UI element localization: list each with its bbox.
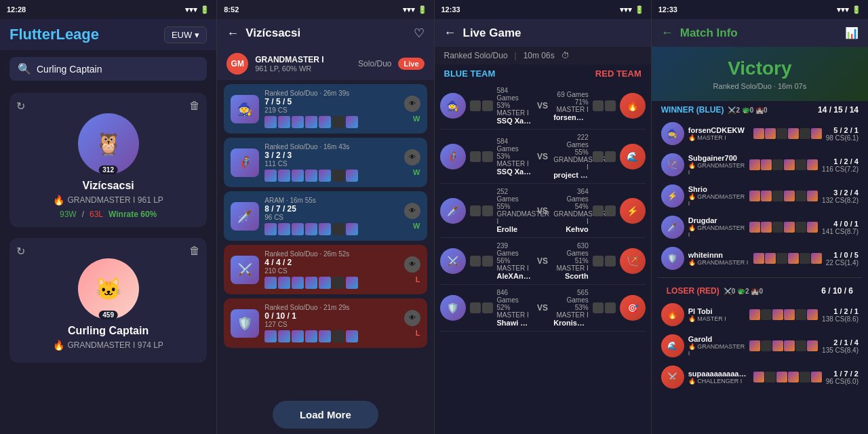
red-champ-img-4: 🎯	[620, 295, 646, 321]
match-item[interactable]: ⚔️ Ranked Solo/Duo · 26m 52s 4 / 4 / 2 2…	[224, 245, 427, 294]
item-slot	[264, 223, 277, 235]
red-spells-1	[593, 151, 616, 162]
pl-cs-blue-0: 98 CS(6.1)	[826, 134, 859, 142]
red-champ-img-3: 🏹	[620, 248, 646, 274]
pl-item	[753, 253, 764, 264]
pl-item	[795, 159, 806, 170]
spell-icon	[470, 151, 481, 162]
match-cs: 111 CS	[264, 160, 398, 167]
pl-item	[761, 191, 772, 201]
back-button-p2[interactable]: ←	[226, 26, 239, 41]
match-result: L	[416, 275, 420, 283]
summoner-card-0[interactable]: ↻ 🗑 🦉 312 Vizícsacsi 🔥 GRANDMASTER I 961…	[9, 93, 207, 227]
back-button-p3[interactable]: ←	[444, 26, 456, 40]
item-slot	[332, 223, 344, 235]
pl-item	[776, 372, 787, 382]
spell-icon	[593, 205, 604, 216]
delete-icon-0[interactable]: 🗑	[189, 100, 200, 113]
blue-spells-4	[470, 302, 493, 313]
spell-icon	[605, 151, 616, 162]
blue-team-label: BLUE TEAM	[444, 68, 496, 79]
match-cs: 210 CS	[264, 267, 398, 275]
match-item[interactable]: 🛡️ Ranked Solo/Duo · 21m 29s 0 / 10 / 1 …	[224, 298, 427, 348]
panel-live-game: 12:33 ▾▾▾ 🔋 ← Live Game Ranked Solo/Duo …	[434, 0, 651, 434]
item-slot	[292, 116, 304, 128]
vs-row[interactable]: 🧙 584 Games 53% MASTER I SSQ Xaragonas V…	[440, 83, 646, 130]
panel-summoner-search: 12:28 ▾▾▾ 🔋 FlutterLeage EUW ▾ 🔍 ↻ 🗑 🦉 3…	[0, 0, 216, 434]
pl-rank-red-0: 🔥 MASTER I	[688, 315, 745, 322]
pl-stats-wrap-red-2: 1 / 7 / 2 96 CS(6.0)	[826, 370, 859, 385]
red-spells-2	[593, 205, 616, 216]
item-slot	[332, 277, 344, 289]
vs-separator: VS	[534, 256, 551, 266]
red-team-label: RED TEAM	[595, 68, 642, 79]
vs-row[interactable]: 🛡️ 846 Games 52% MASTER I Shawi Katami V…	[440, 285, 646, 332]
red-player-row[interactable]: 🔥 Pl Tobi 🔥 MASTER I 1 / 2 / 1 138 CS(8.…	[657, 300, 863, 330]
pl-info-blue-2: Shrio 🔥 GRANDMASTER I	[688, 185, 745, 207]
wifi-icon-p3: ▾▾▾	[620, 5, 632, 14]
red-player-row[interactable]: ⚔️ supaaaaaaaaaaaa 🔥 CHALLENGER I 1 / 7 …	[657, 362, 863, 392]
refresh-icon-0[interactable]: ↻	[16, 100, 25, 113]
victory-sub: Ranked Solo/Duo · 16m 07s	[663, 82, 857, 90]
red-name-3: Scorth	[553, 272, 589, 280]
pl-item	[795, 191, 806, 201]
pl-item	[795, 309, 806, 320]
match-result: W	[413, 115, 420, 123]
vs-row[interactable]: 🗡️ 252 Games 55% GRANDMASTER I Erolle VS…	[440, 184, 646, 238]
pl-item	[749, 340, 760, 351]
blue-champ-img-3: ⚔️	[440, 248, 466, 274]
blue-rank-4: MASTER I	[497, 311, 532, 319]
pl-item	[749, 309, 760, 320]
back-button-p4[interactable]: ←	[661, 26, 673, 40]
blue-player-row[interactable]: 🧙 forsenCDKEKW 🔥 MASTER I 5 / 2 / 1 98 C…	[657, 119, 863, 149]
red-player-row[interactable]: 🌊 Garold 🔥 GRANDMASTER I 2 / 1 / 4 135 C…	[657, 331, 863, 361]
pl-item	[776, 253, 787, 264]
vs-row[interactable]: 🦸 584 Games 53% MASTER I SSQ Xaragonas V…	[440, 130, 646, 184]
item-slot	[278, 277, 290, 289]
card-actions-1: ↻ 🗑	[16, 245, 200, 258]
item-slot	[305, 330, 317, 342]
delete-icon-1[interactable]: 🗑	[189, 245, 200, 258]
red-games-2: 364 Games 54%	[553, 188, 589, 210]
load-more-button[interactable]: Load More	[273, 401, 378, 429]
pl-item	[749, 191, 760, 201]
match-item[interactable]: 🦸 Ranked Solo/Duo · 16m 43s 3 / 2 / 3 11…	[224, 138, 427, 187]
match-result: L	[416, 329, 420, 337]
match-item[interactable]: 🧙 Ranked Solo/Duo · 26m 39s 7 / 5 / 5 21…	[224, 84, 427, 134]
stats-icon[interactable]: 📊	[845, 26, 859, 39]
pl-items-blue-3	[749, 222, 818, 233]
match-result: W	[413, 222, 420, 230]
game-time: 10m 06s	[524, 51, 555, 60]
vs-row[interactable]: ⚔️ 239 Games 56% MASTER I AleXAnDaZaR VS…	[440, 238, 646, 285]
red-obj: ⚔️0 🐲2 🏰0	[724, 288, 763, 295]
favorite-icon[interactable]: ♡	[414, 26, 425, 41]
blue-player-row[interactable]: 🛡️ whiteinnn 🔥 GRANDMASTER I 1 / 0 / 5 2…	[657, 243, 863, 273]
pl-stats-wrap-red-1: 2 / 1 / 4 135 CS(8.4)	[822, 338, 859, 354]
blue-team-kda: 14 / 15 / 14	[818, 105, 859, 115]
blue-player-row[interactable]: 🗡️ Drugdar 🔥 GRANDMASTER I 4 / 0 / 1 141…	[657, 212, 863, 242]
summoner-card-1[interactable]: ↻ 🗑 🐱 459 Curling Captain 🔥 GRANDMASTER …	[9, 238, 207, 363]
blue-player-info-0: 584 Games 53% MASTER I SSQ Xaragonas	[497, 87, 532, 125]
blue-player-row[interactable]: ⚡ Shrio 🔥 GRANDMASTER I 3 / 2 / 4 132 CS…	[657, 181, 863, 211]
blue-games-1: 584 Games 53%	[497, 138, 532, 160]
item-slot	[319, 223, 331, 235]
vs-separator: VS	[534, 152, 551, 161]
match-item[interactable]: 🗡️ ARAM · 16m 55s 8 / 7 / 25 96 CS 👁 W	[224, 191, 427, 241]
search-bar[interactable]: 🔍	[9, 57, 207, 81]
search-input[interactable]	[37, 64, 199, 75]
pl-kda-blue-4: 1 / 0 / 5	[826, 251, 859, 259]
item-slot	[346, 116, 358, 128]
time-p4: 12:33	[658, 5, 677, 14]
red-champ-img-2: ⚡	[620, 198, 646, 224]
team-divider	[657, 277, 863, 278]
pl-stats-wrap-blue-2: 3 / 2 / 4 132 CS(8.2)	[822, 189, 859, 204]
blue-name-0: SSQ Xaragonas	[497, 117, 532, 125]
red-games-3: 630 Games 51%	[553, 242, 589, 264]
refresh-icon-1[interactable]: ↻	[16, 245, 25, 258]
wifi-icon-p4: ▾▾▾	[837, 5, 849, 14]
red-rank-2: GRANDMASTER I	[553, 210, 589, 225]
region-selector[interactable]: EUW ▾	[164, 26, 207, 43]
battery-icon-p3: 🔋	[635, 5, 644, 14]
pl-item	[788, 253, 799, 264]
blue-player-row[interactable]: 🏹 Subgainer700 🔥 GRANDMASTER I 1 / 2 / 4…	[657, 150, 863, 180]
